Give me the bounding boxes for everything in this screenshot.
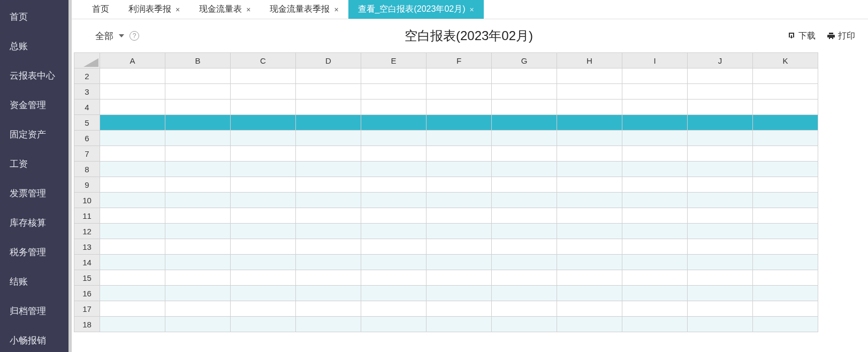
cell-A16[interactable] — [100, 286, 165, 301]
cell-D12[interactable] — [296, 224, 361, 239]
row-header-17[interactable]: 17 — [74, 301, 100, 317]
row-header-3[interactable]: 3 — [74, 84, 100, 100]
cell-I3[interactable] — [622, 84, 688, 100]
cell-I15[interactable] — [622, 270, 688, 286]
cell-I18[interactable] — [622, 317, 688, 332]
cell-I5[interactable] — [622, 115, 688, 131]
cell-G3[interactable] — [492, 84, 557, 100]
column-header-E[interactable]: E — [361, 53, 427, 68]
cell-G5[interactable] — [492, 115, 557, 131]
cell-K16[interactable] — [753, 286, 818, 301]
row-header-15[interactable]: 15 — [74, 270, 100, 286]
cell-C9[interactable] — [231, 177, 296, 193]
cell-E8[interactable] — [361, 162, 427, 177]
tab-0[interactable]: 首页 — [82, 0, 119, 19]
cell-C17[interactable] — [231, 301, 296, 317]
cell-A17[interactable] — [100, 301, 165, 317]
cell-G4[interactable] — [492, 100, 557, 115]
cell-H3[interactable] — [557, 84, 622, 100]
column-header-G[interactable]: G — [492, 53, 557, 68]
sidebar-item-5[interactable]: 工资 — [0, 149, 68, 179]
cell-J16[interactable] — [688, 286, 753, 301]
row-header-8[interactable]: 8 — [74, 162, 100, 177]
cell-H11[interactable] — [557, 208, 622, 224]
cell-I13[interactable] — [622, 239, 688, 255]
sidebar-item-3[interactable]: 资金管理 — [0, 90, 68, 120]
cell-B3[interactable] — [165, 84, 231, 100]
cell-I8[interactable] — [622, 162, 688, 177]
cell-B14[interactable] — [165, 255, 231, 270]
column-header-H[interactable]: H — [557, 53, 622, 68]
row-header-13[interactable]: 13 — [74, 239, 100, 255]
cell-K17[interactable] — [753, 301, 818, 317]
cell-D14[interactable] — [296, 255, 361, 270]
cell-B5[interactable] — [165, 115, 231, 131]
cell-B11[interactable] — [165, 208, 231, 224]
cell-G6[interactable] — [492, 131, 557, 146]
cell-A7[interactable] — [100, 146, 165, 162]
cell-A18[interactable] — [100, 317, 165, 332]
cell-B17[interactable] — [165, 301, 231, 317]
cell-K2[interactable] — [753, 68, 818, 84]
cell-J9[interactable] — [688, 177, 753, 193]
cell-F18[interactable] — [427, 317, 492, 332]
cell-B10[interactable] — [165, 193, 231, 208]
cell-I4[interactable] — [622, 100, 688, 115]
cell-H18[interactable] — [557, 317, 622, 332]
close-icon[interactable]: × — [246, 5, 250, 14]
cell-D11[interactable] — [296, 208, 361, 224]
cell-E17[interactable] — [361, 301, 427, 317]
sidebar-item-7[interactable]: 库存核算 — [0, 208, 68, 238]
sidebar-item-2[interactable]: 云报表中心 — [0, 61, 68, 90]
cell-E3[interactable] — [361, 84, 427, 100]
cell-D16[interactable] — [296, 286, 361, 301]
cell-E5[interactable] — [361, 115, 427, 131]
cell-F3[interactable] — [427, 84, 492, 100]
cell-J14[interactable] — [688, 255, 753, 270]
cell-J18[interactable] — [688, 317, 753, 332]
cell-E13[interactable] — [361, 239, 427, 255]
column-header-I[interactable]: I — [622, 53, 688, 68]
cell-A6[interactable] — [100, 131, 165, 146]
cell-C15[interactable] — [231, 270, 296, 286]
cell-E2[interactable] — [361, 68, 427, 84]
sidebar-item-11[interactable]: 小畅报销 — [0, 326, 68, 352]
sidebar-item-6[interactable]: 发票管理 — [0, 179, 68, 208]
cell-H2[interactable] — [557, 68, 622, 84]
cell-D18[interactable] — [296, 317, 361, 332]
cell-C16[interactable] — [231, 286, 296, 301]
cell-F8[interactable] — [427, 162, 492, 177]
cell-H5[interactable] — [557, 115, 622, 131]
cell-E4[interactable] — [361, 100, 427, 115]
cell-G13[interactable] — [492, 239, 557, 255]
tab-3[interactable]: 现金流量表季报× — [260, 0, 348, 19]
column-header-J[interactable]: J — [688, 53, 753, 68]
cell-C7[interactable] — [231, 146, 296, 162]
cell-C5[interactable] — [231, 115, 296, 131]
cell-A9[interactable] — [100, 177, 165, 193]
sidebar-item-8[interactable]: 税务管理 — [0, 238, 68, 267]
cell-E6[interactable] — [361, 131, 427, 146]
cell-C6[interactable] — [231, 131, 296, 146]
cell-J8[interactable] — [688, 162, 753, 177]
cell-E7[interactable] — [361, 146, 427, 162]
row-header-10[interactable]: 10 — [74, 193, 100, 208]
cell-I14[interactable] — [622, 255, 688, 270]
sidebar-item-9[interactable]: 结账 — [0, 267, 68, 296]
cell-D13[interactable] — [296, 239, 361, 255]
cell-B8[interactable] — [165, 162, 231, 177]
cell-J5[interactable] — [688, 115, 753, 131]
sidebar-item-4[interactable]: 固定资产 — [0, 120, 68, 149]
cell-B2[interactable] — [165, 68, 231, 84]
cell-G18[interactable] — [492, 317, 557, 332]
cell-I10[interactable] — [622, 193, 688, 208]
download-button[interactable]: 下载 — [787, 30, 816, 42]
row-header-9[interactable]: 9 — [74, 177, 100, 193]
cell-K4[interactable] — [753, 100, 818, 115]
cell-K5[interactable] — [753, 115, 818, 131]
cell-I9[interactable] — [622, 177, 688, 193]
cell-G12[interactable] — [492, 224, 557, 239]
cell-F16[interactable] — [427, 286, 492, 301]
cell-A3[interactable] — [100, 84, 165, 100]
cell-I2[interactable] — [622, 68, 688, 84]
